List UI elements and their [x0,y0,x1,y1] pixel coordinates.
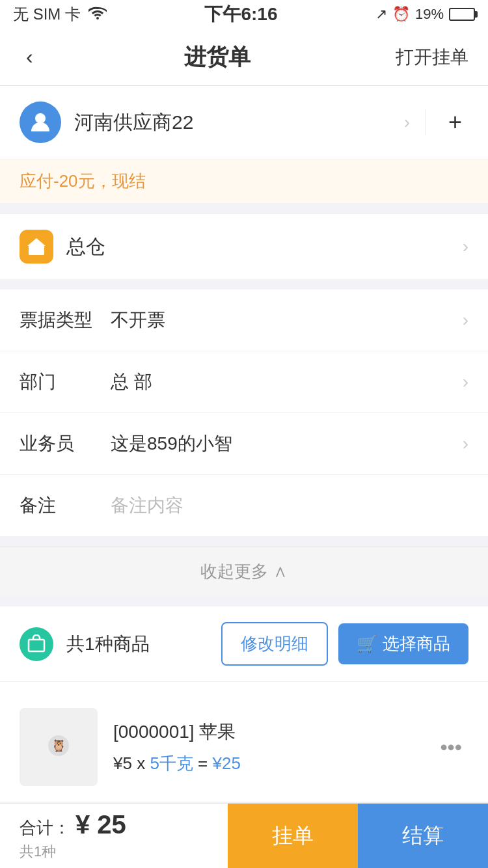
quantity: 5千克 [150,753,193,773]
warehouse-chevron-icon: › [463,236,468,257]
checkout-button[interactable]: 结算 [358,804,488,868]
product-price-row: ¥5 x 5千克 = ¥25 [113,752,433,775]
svg-marker-2 [27,238,46,246]
product-icon [20,627,53,661]
product-count-text: 共1种商品 [66,632,221,657]
equals: = [198,753,212,773]
collapse-row[interactable]: 收起更多 ∧ [0,547,488,596]
content: 河南供应商22 › + 应付-20元，现结 总仓 › 票据类型 不开票 › 部门… [0,86,488,868]
back-button[interactable]: ‹ [20,38,40,75]
page-title: 进货单 [184,42,251,72]
select-product-label: 选择商品 [383,632,450,655]
remark-input[interactable]: 备注内容 [98,493,468,518]
supplier-row[interactable]: 河南供应商22 › + [0,86,488,159]
ticket-type-chevron-icon: › [463,310,468,331]
ticket-type-label: 票据类型 [20,308,98,332]
select-product-button[interactable]: 🛒 选择商品 [338,623,468,664]
warehouse-card: 总仓 › [0,213,488,279]
salesman-row[interactable]: 业务员 这是859的小智 › [0,413,488,475]
salesman-chevron-icon: › [463,433,468,454]
total-label: 合计： [20,817,70,839]
alarm-icon: ⏰ [392,6,410,23]
form-section: 票据类型 不开票 › 部门 总 部 › 业务员 这是859的小智 › 备注 备注… [0,290,488,536]
total-sub: 共1种 [20,842,208,861]
department-value: 总 部 [98,370,463,394]
divider [426,109,426,135]
collapse-label: 收起更多 ∧ [200,562,287,581]
total-price: ¥25 [213,753,241,773]
svg-rect-1 [29,246,44,255]
supplier-avatar [20,102,61,143]
remark-label: 备注 [20,493,98,518]
status-time: 下午6:16 [204,2,277,27]
salesman-label: 业务员 [20,431,98,456]
svg-rect-3 [29,640,44,651]
product-info: [0000001] 苹果 ¥5 x 5千克 = ¥25 [113,720,433,775]
warehouse-row[interactable]: 总仓 › [0,213,488,279]
footer: 合计： ¥ 25 共1种 挂单 结算 [0,803,488,868]
status-bar: 无 SIM 卡 下午6:16 ↗ ⏰ 19% [0,0,488,29]
footer-total-area: 合计： ¥ 25 共1种 [0,804,228,868]
department-chevron-icon: › [463,372,468,392]
supplier-name: 河南供应商22 [74,109,404,136]
location-icon: ↗ [375,6,387,23]
supplier-card: 河南供应商22 › + 应付-20元，现结 [0,86,488,203]
status-right: ↗ ⏰ 19% [375,6,475,23]
more-options-button[interactable]: ••• [433,735,468,759]
total-amount: ¥ 25 [75,810,126,839]
product-item: 🦉 [0000001] 苹果 ¥5 x 5千克 = ¥25 ••• [0,692,488,802]
status-left: 无 SIM 卡 [13,4,107,25]
ticket-type-value: 不开票 [98,308,463,332]
product-thumbnail: 🦉 [20,708,98,786]
open-pending-button[interactable]: 打开挂单 [396,45,468,70]
wifi-icon [88,5,107,23]
department-row[interactable]: 部门 总 部 › [0,351,488,413]
warning-banner: 应付-20元，现结 [0,159,488,203]
svg-point-0 [35,113,46,124]
nav-bar: ‹ 进货单 打开挂单 [0,29,488,86]
edit-detail-button[interactable]: 修改明细 [221,622,328,666]
battery-percent: 19% [415,6,444,23]
hang-button[interactable]: 挂单 [228,804,358,868]
battery-icon [449,8,475,21]
ticket-type-row[interactable]: 票据类型 不开票 › [0,290,488,351]
warehouse-name: 总仓 [66,234,463,260]
product-section: 共1种商品 修改明细 🛒 选择商品 🦉 [0000001] 苹果 ¥5 x [0,606,488,802]
product-header: 共1种商品 修改明细 🛒 选择商品 [0,606,488,682]
product-code: [0000001] 苹果 [113,722,236,742]
carrier-text: 无 SIM 卡 [13,4,81,25]
cart-icon: 🛒 [357,634,377,654]
unit-price: ¥5 x [113,753,150,773]
total-label-row: 合计： ¥ 25 [20,810,208,839]
warehouse-icon [20,230,53,264]
add-supplier-button[interactable]: + [442,109,468,136]
remark-row[interactable]: 备注 备注内容 [0,475,488,536]
salesman-value: 这是859的小智 [98,431,463,456]
product-name: [0000001] 苹果 [113,720,433,744]
department-label: 部门 [20,370,98,394]
warning-text: 应付-20元，现结 [20,171,146,191]
supplier-chevron-icon: › [404,112,410,133]
svg-text:🦉: 🦉 [51,739,66,753]
